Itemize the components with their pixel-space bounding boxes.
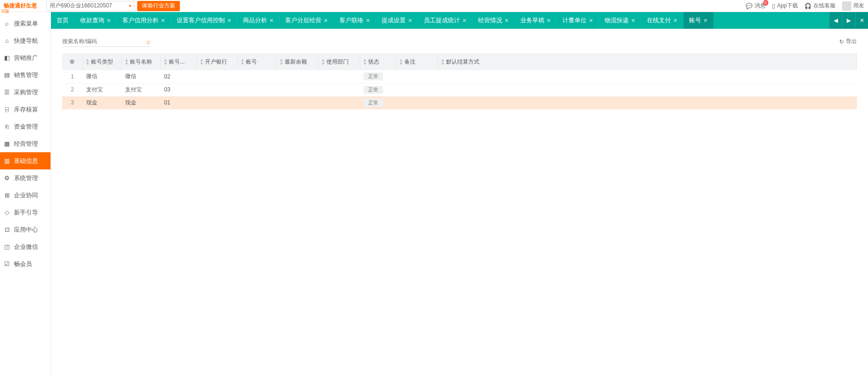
table-row[interactable]: 3现金现金01正常 xyxy=(62,96,857,109)
sort-icon[interactable]: ▲▼ xyxy=(200,58,204,65)
sidebar-icon: ☰ xyxy=(4,89,10,96)
sidebar-item-6[interactable]: ⎗资金管理 xyxy=(0,118,51,135)
sidebar-item-4[interactable]: ☰采购管理 xyxy=(0,84,51,101)
sort-icon[interactable]: ▲▼ xyxy=(86,58,90,65)
tab-scroll-right[interactable]: ▶ xyxy=(842,12,855,29)
sidebar-item-9[interactable]: ⚙系统管理 xyxy=(0,169,51,187)
close-icon[interactable]: ✕ xyxy=(547,18,551,24)
col-header-9[interactable]: ▲▼备注 xyxy=(396,53,438,70)
tab-5[interactable]: 客户分层经营✕ xyxy=(280,12,334,29)
sidebar-label: 企业微信 xyxy=(14,243,38,251)
close-icon[interactable]: ✕ xyxy=(161,18,165,24)
sidebar-item-2[interactable]: ◧营销推广 xyxy=(0,49,51,66)
sort-icon[interactable]: ▲▼ xyxy=(399,58,403,65)
sidebar-item-0[interactable]: ⌕搜索菜单 xyxy=(0,15,51,32)
cell xyxy=(197,96,237,109)
close-icon[interactable]: ✕ xyxy=(324,18,328,24)
sidebar-item-10[interactable]: ⊞企业协同 xyxy=(0,187,51,204)
col-header-5[interactable]: ▲▼账号 xyxy=(237,53,276,70)
close-icon[interactable]: ✕ xyxy=(408,18,412,24)
org-selector[interactable]: 用户690企业1660120507 ▾ xyxy=(46,1,134,11)
tab-2[interactable]: 客户信用分析✕ xyxy=(117,12,171,29)
col-header-0[interactable]: ⚙ xyxy=(62,53,83,70)
close-icon[interactable]: ✕ xyxy=(673,18,677,24)
cell: 支付宝 xyxy=(121,83,160,96)
user-menu[interactable]: 用友 xyxy=(842,1,864,11)
close-icon[interactable]: ✕ xyxy=(631,18,635,24)
tab-close-all[interactable]: ✕ xyxy=(855,12,868,29)
col-header-3[interactable]: ▲▼账号... xyxy=(160,53,197,70)
headset-icon: 🎧 xyxy=(804,3,811,9)
cell: 2 xyxy=(62,83,83,96)
close-icon[interactable]: ✕ xyxy=(504,18,509,24)
cell xyxy=(197,83,237,96)
sort-icon[interactable]: ▲▼ xyxy=(280,58,284,65)
table-row[interactable]: 2支付宝支付宝03正常 xyxy=(62,83,857,96)
tab-12[interactable]: 物流快递✕ xyxy=(599,12,641,29)
sidebar-item-3[interactable]: ▤销售管理 xyxy=(0,66,51,84)
tab-11[interactable]: 计量单位✕ xyxy=(557,12,599,29)
search-input[interactable] xyxy=(62,38,147,45)
sidebar-item-8[interactable]: ▥基础信息 xyxy=(0,152,51,169)
search-wrap: ⌕ xyxy=(62,36,150,47)
tab-3[interactable]: 设置客户信用控制✕ xyxy=(171,12,237,29)
sort-icon[interactable]: ▲▼ xyxy=(441,58,445,65)
app-download-link[interactable]: ▯ App下载 xyxy=(772,2,798,10)
accounts-table: ⚙▲▼账号类型▲▼账号名称▲▼账号...▲▼开户银行▲▼账号▲▼最新余额▲▼使用… xyxy=(62,53,857,110)
close-icon[interactable]: ✕ xyxy=(269,18,274,24)
tab-label: 客户信用分析 xyxy=(122,16,159,25)
support-link[interactable]: 🎧 在线客服 xyxy=(804,2,836,10)
close-icon[interactable]: ✕ xyxy=(227,18,231,24)
close-icon[interactable]: ✕ xyxy=(589,18,593,24)
table-row[interactable]: 1微信微信02正常 xyxy=(62,70,857,83)
tab-14[interactable]: 账号✕ xyxy=(683,12,714,29)
sort-icon[interactable]: ▲▼ xyxy=(321,58,326,65)
sidebar-item-7[interactable]: ▦经营管理 xyxy=(0,135,51,152)
sidebar-icon: ◇ xyxy=(4,209,10,216)
tab-0[interactable]: 首页 xyxy=(51,12,75,29)
sort-icon[interactable]: ▲▼ xyxy=(164,58,168,65)
tab-10[interactable]: 业务草稿✕ xyxy=(515,12,557,29)
close-icon[interactable]: ✕ xyxy=(462,18,466,24)
tab-13[interactable]: 在线支付✕ xyxy=(641,12,683,29)
messages-link[interactable]: 💬 消息 0 xyxy=(746,2,766,10)
tab-9[interactable]: 经营情况✕ xyxy=(472,12,515,29)
sidebar-item-1[interactable]: ⌂快捷导航 xyxy=(0,32,51,49)
cell xyxy=(396,83,438,96)
close-icon[interactable]: ✕ xyxy=(703,18,708,24)
col-header-8[interactable]: ▲▼状态 xyxy=(360,53,396,70)
close-icon[interactable]: ✕ xyxy=(366,18,370,24)
sidebar-item-13[interactable]: ◫企业微信 xyxy=(0,238,51,255)
sort-icon[interactable]: ▲▼ xyxy=(363,58,367,65)
sort-icon[interactable]: ▲▼ xyxy=(241,58,245,65)
close-icon[interactable]: ✕ xyxy=(107,18,111,24)
tab-scroll-left[interactable]: ◀ xyxy=(829,12,842,29)
sidebar-icon: ⊞ xyxy=(4,192,10,199)
tab-label: 设置客户信用控制 xyxy=(177,16,225,25)
cell xyxy=(396,96,438,109)
sort-icon[interactable]: ▲▼ xyxy=(125,58,129,65)
tab-7[interactable]: 提成设置✕ xyxy=(376,12,418,29)
tab-6[interactable]: 客户联络✕ xyxy=(334,12,376,29)
tab-1[interactable]: 收款查询✕ xyxy=(75,12,117,29)
sidebar-item-11[interactable]: ◇新手引导 xyxy=(0,204,51,221)
col-header-4[interactable]: ▲▼开户银行 xyxy=(197,53,237,70)
export-button[interactable]: ↻ 导出 xyxy=(839,38,857,45)
cell: 微信 xyxy=(83,70,121,83)
sidebar-item-5[interactable]: ⌸库存核算 xyxy=(0,101,51,118)
trial-button[interactable]: 体验行业方案 xyxy=(137,1,180,11)
sidebar-item-12[interactable]: ⊡应用中心 xyxy=(0,221,51,238)
col-header-2[interactable]: ▲▼账号名称 xyxy=(121,53,160,70)
tab-8[interactable]: 员工提成统计✕ xyxy=(418,12,472,29)
tab-label: 计量单位 xyxy=(562,16,587,25)
col-header-7[interactable]: ▲▼使用部门 xyxy=(318,53,360,70)
cell xyxy=(318,83,360,96)
sidebar-item-14[interactable]: ☑畅会员 xyxy=(0,255,51,272)
col-header-6[interactable]: ▲▼最新余额 xyxy=(276,53,318,70)
sidebar-label: 采购管理 xyxy=(14,88,38,97)
col-header-1[interactable]: ▲▼账号类型 xyxy=(83,53,121,70)
search-icon[interactable]: ⌕ xyxy=(147,38,150,45)
tab-4[interactable]: 商品分析✕ xyxy=(237,12,280,29)
gear-icon[interactable]: ⚙ xyxy=(70,58,75,65)
col-header-10[interactable]: ▲▼默认结算方式 xyxy=(438,53,857,70)
